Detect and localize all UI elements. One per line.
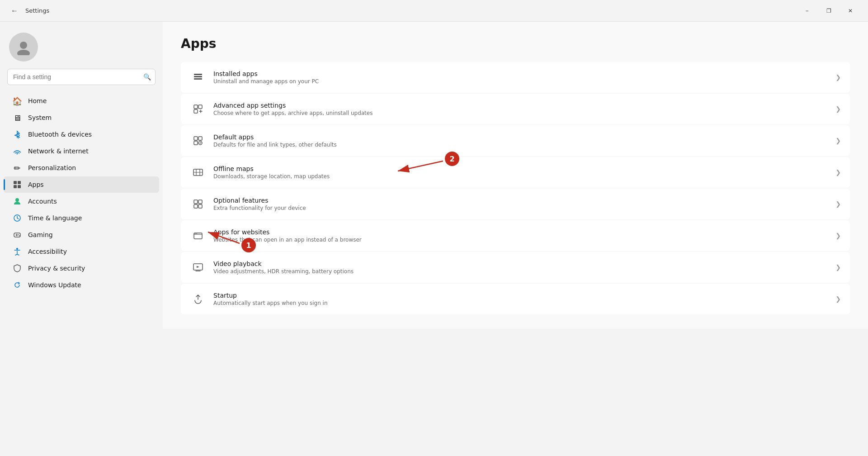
bluetooth-icon (13, 130, 22, 139)
settings-item-startup[interactable]: StartupAutomatically start apps when you… (181, 284, 850, 314)
advanced-app-settings-chevron: ❯ (835, 105, 841, 113)
svg-rect-24 (194, 200, 198, 204)
sidebar-label-update: Windows Update (28, 281, 81, 289)
maximize-button[interactable]: ❐ (818, 4, 839, 18)
optional-features-title: Optional features (213, 197, 828, 204)
back-button[interactable]: ← (7, 4, 22, 18)
content-wrapper: Apps Installed appsUninstall and manage … (163, 22, 868, 456)
offline-maps-text: Offline mapsDownloads, storage location,… (213, 165, 828, 180)
sidebar-item-bluetooth[interactable]: Bluetooth & devices (4, 126, 159, 142)
optional-features-chevron: ❯ (835, 200, 841, 208)
apps-for-websites-icon (190, 228, 206, 244)
video-playback-description: Video adjustments, HDR streaming, batter… (213, 268, 828, 275)
privacy-icon (13, 264, 22, 273)
svg-point-2 (17, 153, 18, 155)
default-apps-icon (190, 133, 206, 149)
svg-rect-21 (194, 141, 198, 145)
svg-rect-4 (18, 181, 21, 184)
svg-rect-26 (194, 204, 198, 208)
advanced-app-settings-icon (190, 101, 206, 117)
advanced-app-settings-title: Advanced app settings (213, 102, 828, 109)
search-input[interactable] (7, 69, 156, 85)
video-playback-icon (190, 259, 206, 276)
sidebar-label-home: Home (28, 97, 47, 104)
settings-item-installed-apps[interactable]: Installed appsUninstall and manage apps … (181, 62, 850, 93)
apps-icon (13, 180, 22, 189)
svg-rect-13 (194, 74, 202, 75)
window-controls: − ❐ ✕ (797, 4, 861, 18)
sidebar-item-time[interactable]: Time & language (4, 210, 159, 226)
sidebar-item-accessibility[interactable]: Accessibility (4, 243, 159, 260)
sidebar-item-system[interactable]: 🖥System (4, 109, 159, 126)
video-playback-text: Video playbackVideo adjustments, HDR str… (213, 260, 828, 275)
sidebar-item-apps[interactable]: Apps (4, 176, 159, 193)
svg-rect-19 (194, 137, 198, 140)
svg-rect-18 (194, 109, 198, 113)
home-icon: 🏠 (13, 96, 22, 105)
installed-apps-text: Installed appsUninstall and manage apps … (213, 70, 828, 85)
sidebar-label-time: Time & language (28, 214, 82, 222)
startup-chevron: ❯ (835, 295, 841, 303)
settings-item-default-apps[interactable]: Default appsDefaults for file and link t… (181, 125, 850, 156)
settings-item-apps-for-websites[interactable]: Apps for websitesWebsites that can open … (181, 220, 850, 251)
profile-section (0, 22, 163, 69)
default-apps-chevron: ❯ (835, 137, 841, 144)
settings-item-advanced-app-settings[interactable]: Advanced app settingsChoose where to get… (181, 94, 850, 124)
page-title: Apps (181, 36, 850, 51)
startup-icon (190, 291, 206, 307)
optional-features-description: Extra functionality for your device (213, 205, 828, 211)
svg-rect-6 (18, 185, 21, 188)
advanced-app-settings-description: Choose where to get apps, archive apps, … (213, 110, 828, 116)
default-apps-title: Default apps (213, 133, 828, 141)
svg-point-11 (19, 235, 20, 236)
sidebar-item-network[interactable]: Network & internet (4, 143, 159, 159)
svg-rect-25 (198, 200, 202, 204)
main-layout: 🔍 🏠Home🖥System Bluetooth & devices Netwo… (0, 22, 868, 456)
settings-list: Installed appsUninstall and manage apps … (181, 62, 850, 314)
minimize-button[interactable]: − (797, 4, 817, 18)
settings-item-offline-maps[interactable]: Offline mapsDownloads, storage location,… (181, 157, 850, 188)
apps-for-websites-description: Websites that can open in an app instead… (213, 237, 828, 243)
system-icon: 🖥 (13, 113, 22, 122)
svg-rect-27 (198, 204, 202, 208)
optional-features-icon (190, 196, 206, 212)
svg-rect-15 (194, 78, 202, 80)
personalization-icon: ✏️ (13, 163, 22, 172)
default-apps-text: Default appsDefaults for file and link t… (213, 133, 828, 148)
update-icon (13, 280, 22, 290)
sidebar-item-update[interactable]: Windows Update (4, 277, 159, 293)
sidebar-item-privacy[interactable]: Privacy & security (4, 260, 159, 276)
installed-apps-chevron: ❯ (835, 74, 841, 81)
close-button[interactable]: ✕ (840, 4, 861, 18)
sidebar-label-apps: Apps (28, 181, 44, 188)
apps-for-websites-title: Apps for websites (213, 228, 828, 236)
svg-rect-20 (198, 137, 202, 140)
installed-apps-title: Installed apps (213, 70, 828, 77)
svg-point-1 (17, 50, 30, 55)
apps-for-websites-chevron: ❯ (835, 232, 841, 239)
search-icon: 🔍 (143, 73, 151, 81)
default-apps-description: Defaults for file and link types, other … (213, 142, 828, 148)
accessibility-icon (13, 247, 22, 256)
search-box: 🔍 (7, 69, 156, 85)
sidebar-item-home[interactable]: 🏠Home (4, 93, 159, 109)
sidebar-item-gaming[interactable]: Gaming (4, 227, 159, 243)
sidebar-label-system: System (28, 114, 52, 121)
sidebar-item-personalization[interactable]: ✏️Personalization (4, 160, 159, 176)
video-playback-chevron: ❯ (835, 264, 841, 271)
settings-item-video-playback[interactable]: Video playbackVideo adjustments, HDR str… (181, 252, 850, 283)
svg-point-12 (16, 248, 18, 250)
svg-rect-16 (194, 105, 198, 109)
sidebar-item-accounts[interactable]: Accounts (4, 193, 159, 209)
sidebar-label-privacy: Privacy & security (28, 265, 85, 272)
apps-for-websites-text: Apps for websitesWebsites that can open … (213, 228, 828, 243)
network-icon (13, 147, 22, 156)
svg-rect-5 (14, 185, 17, 188)
installed-apps-icon (190, 69, 206, 86)
settings-item-optional-features[interactable]: Optional featuresExtra functionality for… (181, 189, 850, 219)
svg-point-0 (20, 42, 27, 49)
offline-maps-icon (190, 164, 206, 180)
svg-point-7 (15, 198, 19, 202)
sidebar-label-network: Network & internet (28, 147, 89, 155)
svg-rect-14 (194, 76, 202, 77)
